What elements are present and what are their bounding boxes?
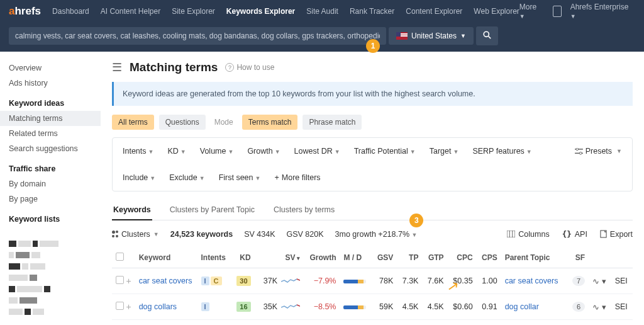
cps-value: 1.06 xyxy=(477,320,501,326)
main-nav: Dashboard AI Content Helper Site Explore… xyxy=(52,7,519,16)
filter-target[interactable]: Target▼ xyxy=(430,147,459,156)
cpc-value: $0.30 xyxy=(448,320,477,326)
tab-all-terms[interactable]: All terms xyxy=(112,115,154,130)
sidebar-traffic-head: Traffic share xyxy=(9,161,92,176)
logo[interactable]: ahrefs xyxy=(9,5,41,18)
sidebar-by-domain[interactable]: By domain xyxy=(9,176,92,191)
export-button[interactable]: Export xyxy=(600,230,633,239)
keywords-table: Keyword Intents KD SV ▾ Growth M / D GSV… xyxy=(112,248,633,325)
col-gtp[interactable]: GTP xyxy=(422,248,447,268)
clusters-button[interactable]: Clusters ▼ xyxy=(112,230,159,239)
col-kd[interactable]: KD xyxy=(231,248,254,268)
last-col: SEI xyxy=(611,294,633,320)
sidebar-overview[interactable]: Overview xyxy=(9,60,92,76)
sidebar-ideas-head: Keyword ideas xyxy=(9,96,92,111)
nav-site-explorer[interactable]: Site Explorer xyxy=(172,7,215,16)
tab-phrase-match[interactable]: Phrase match xyxy=(303,115,362,130)
col-cpc[interactable]: CPC xyxy=(448,248,477,268)
select-all-checkbox[interactable] xyxy=(116,253,124,261)
sidebar: Overview Ads history Keyword ideas Match… xyxy=(0,52,101,325)
expand-icon[interactable]: + xyxy=(126,302,131,312)
sidebar-matching-terms[interactable]: Matching terms xyxy=(0,111,101,126)
md-bar xyxy=(343,305,366,309)
stat-gsv: GSV 820K xyxy=(286,230,323,239)
search-button[interactable] xyxy=(476,26,498,45)
results-tab-terms[interactable]: Clusters by terms xyxy=(272,200,336,220)
sv-value: 37K xyxy=(264,277,277,285)
results-tab-keywords[interactable]: Keywords xyxy=(112,200,152,220)
col-sv[interactable]: SV ▾ xyxy=(255,248,304,268)
table-row: + dog puzzle toys IC 10 7.3K +5.3% 12K 2… xyxy=(112,320,633,326)
filter-kd[interactable]: KD▼ xyxy=(167,147,186,156)
intents-cell: IC xyxy=(197,320,232,326)
row-checkbox[interactable] xyxy=(116,302,124,310)
device-icon[interactable] xyxy=(553,6,562,17)
nav-ai-content[interactable]: AI Content Helper xyxy=(101,7,160,16)
filter-intents[interactable]: Intents▼ xyxy=(123,147,153,156)
col-intents[interactable]: Intents xyxy=(197,248,232,268)
col-gsv[interactable]: GSV xyxy=(372,248,397,268)
sidebar-by-page[interactable]: By page xyxy=(9,191,92,207)
how-to-use-link[interactable]: ? How to use xyxy=(225,63,274,72)
nav-content-explorer[interactable]: Content Explorer xyxy=(406,7,462,16)
sidebar-related-terms[interactable]: Related terms xyxy=(9,126,92,141)
col-tp[interactable]: TP xyxy=(397,248,422,268)
sidebar-lists-head: Keyword lists xyxy=(9,212,92,227)
filter-traffic-potential[interactable]: Traffic Potential▼ xyxy=(354,147,416,156)
filter-serp-features[interactable]: SERP features▼ xyxy=(472,147,531,156)
sf-badge: 7 xyxy=(572,276,585,286)
account-menu[interactable]: Ahrefs Enterprise ▼ xyxy=(570,3,635,20)
sidebar-ads-history[interactable]: Ads history xyxy=(9,76,92,91)
keyword-search-input[interactable] xyxy=(9,27,386,45)
sidebar-search-suggestions[interactable]: Search suggestions xyxy=(9,141,92,156)
nav-rank-tracker[interactable]: Rank Tracker xyxy=(350,7,394,16)
filter-lowest-dr[interactable]: Lowest DR▼ xyxy=(294,147,340,156)
table-row: + dog collars I 16 35K −8.5% 59K 4.5K 4.… xyxy=(112,294,633,320)
filter-include[interactable]: Include▼ xyxy=(123,173,155,182)
col-md[interactable]: M / D xyxy=(340,248,372,268)
flag-us-icon xyxy=(396,32,408,40)
tab-terms-match[interactable]: Terms match xyxy=(242,115,298,130)
trend-icon[interactable]: ∿ ▾ xyxy=(592,277,606,286)
row-checkbox[interactable] xyxy=(116,276,124,284)
filter-growth[interactable]: Growth▼ xyxy=(247,147,280,156)
nav-site-audit[interactable]: Site Audit xyxy=(306,7,338,16)
sparkline-icon xyxy=(281,277,300,285)
gsv-value: 78K xyxy=(372,268,397,294)
export-icon xyxy=(600,230,607,238)
nav-dashboard[interactable]: Dashboard xyxy=(52,7,89,16)
parent-topic-link[interactable]: car seat covers xyxy=(505,277,558,285)
md-bar xyxy=(343,280,366,283)
sf-badge: 6 xyxy=(572,302,585,312)
api-button[interactable]: {} API xyxy=(562,229,587,239)
page-title: Matching terms xyxy=(130,60,218,74)
nav-more[interactable]: More ▼ xyxy=(519,3,544,20)
nav-web-explorer[interactable]: Web Explorer xyxy=(474,7,519,16)
trend-icon[interactable]: ∿ ▾ xyxy=(592,303,606,312)
last-col: SEI xyxy=(611,268,633,294)
parent-topic-link[interactable]: dog collar xyxy=(505,302,539,311)
columns-icon xyxy=(507,231,515,237)
filter-exclude[interactable]: Exclude▼ xyxy=(169,173,204,182)
col-cps[interactable]: CPS xyxy=(477,248,501,268)
menu-icon[interactable]: ☰ xyxy=(112,60,122,74)
nav-keywords-explorer[interactable]: Keywords Explorer xyxy=(226,7,295,16)
results-tab-parent[interactable]: Clusters by Parent Topic xyxy=(169,200,256,220)
presets-button[interactable]: Presets▼ xyxy=(575,147,622,156)
col-parent[interactable]: Parent Topic xyxy=(501,248,567,268)
intent-badge: I xyxy=(201,277,209,285)
keyword-link[interactable]: dog collars xyxy=(139,302,177,311)
tab-questions[interactable]: Questions xyxy=(159,115,206,130)
columns-button[interactable]: Columns xyxy=(507,230,549,239)
expand-icon[interactable]: + xyxy=(126,276,131,286)
annotation-1: 1 xyxy=(366,39,380,53)
col-growth[interactable]: Growth xyxy=(304,248,340,268)
col-keyword[interactable]: Keyword xyxy=(135,248,197,268)
more-filters-button[interactable]: + More filters xyxy=(274,173,320,182)
filter-first-seen[interactable]: First seen▼ xyxy=(219,173,261,182)
stat-growth[interactable]: 3mo growth +218.7% ▼ 3 xyxy=(335,230,418,239)
col-sf[interactable]: SF xyxy=(567,248,589,268)
keyword-link[interactable]: car seat covers xyxy=(139,277,192,285)
country-selector[interactable]: United States ▼ xyxy=(389,27,474,45)
filter-volume[interactable]: Volume▼ xyxy=(200,147,234,156)
